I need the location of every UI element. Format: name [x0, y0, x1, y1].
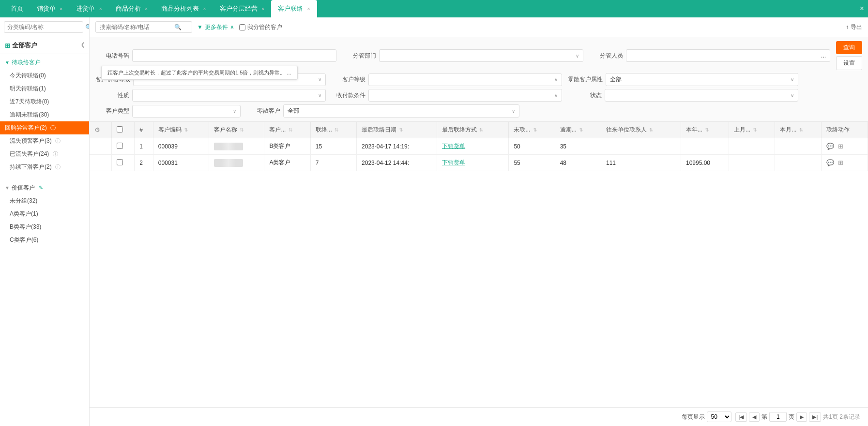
my-customers-toggle[interactable]: 我分管的客户 — [239, 23, 282, 31]
sidebar-c-class[interactable]: C类客户(6) — [0, 234, 89, 247]
dept-select[interactable]: ∨ — [379, 49, 583, 62]
sort-way-icon[interactable]: ⇅ — [479, 127, 483, 132]
cell-checkbox-1[interactable] — [111, 155, 134, 171]
prev-page-btn[interactable]: ◀ — [749, 412, 760, 422]
menu-icon-1[interactable]: ⊞ — [838, 159, 843, 166]
cell-tmonth-1 — [775, 155, 821, 171]
sidebar-a-class[interactable]: A类客户(1) — [0, 207, 89, 220]
sidebar-overdue-contact[interactable]: 逾期未联络(30) — [0, 108, 89, 121]
nav-home[interactable]: 首页 — [4, 0, 30, 17]
customer-type-select[interactable]: ∨ — [132, 105, 241, 118]
sidebar-b-class[interactable]: B类客户(33) — [0, 220, 89, 234]
th-checkbox[interactable] — [111, 122, 134, 138]
sort-year-icon[interactable]: ⇅ — [705, 127, 709, 132]
select-all-checkbox[interactable] — [117, 126, 123, 132]
sort-level-icon[interactable]: ⇅ — [289, 127, 292, 132]
chat-icon-0[interactable]: 💬 — [826, 143, 834, 150]
close-analysis-list-icon[interactable]: × — [203, 0, 206, 17]
ellipsis-icon: ... — [821, 52, 826, 59]
customer-type-label: 客户类型 — [95, 107, 129, 115]
sort-overdue-icon[interactable]: ⇅ — [579, 127, 583, 132]
contact-way-link-0[interactable]: 下销货单 — [442, 143, 465, 149]
th-unit-contact: 往来单位联系人 ⇅ — [601, 122, 681, 138]
last-page-btn[interactable]: ▶| — [809, 412, 821, 422]
sort-date-icon[interactable]: ⇅ — [399, 127, 403, 132]
sidebar-churned[interactable]: 已流失客户(24) ⓘ — [0, 147, 89, 161]
sidebar-churn-warning[interactable]: 流失预警客户(3) ⓘ — [0, 134, 89, 147]
nav-customer-layer[interactable]: 客户分层经营 × — [213, 0, 271, 17]
first-page-btn[interactable]: |◀ — [735, 412, 747, 422]
action-icons-1: 💬 ⊞ — [826, 159, 863, 166]
sidebar-all-customers[interactable]: ⊞ 全部客户 《 — [0, 37, 89, 54]
sort-name-icon[interactable]: ⇅ — [240, 127, 244, 132]
sidebar-value-group[interactable]: ▼ 价值客户 ✎ — [0, 181, 89, 194]
gender-select[interactable]: ∨ — [132, 89, 326, 102]
sort-code-icon[interactable]: ⇅ — [184, 127, 188, 132]
close-sales-icon[interactable]: × — [60, 0, 62, 17]
cell-no-1: 2 — [135, 155, 153, 171]
payment-select[interactable]: ∨ — [368, 89, 562, 102]
sidebar-ungrouped[interactable]: 未分组(32) — [0, 194, 89, 207]
phone-input[interactable] — [132, 49, 336, 62]
sidebar-repurchase-abnormal[interactable]: 回购异常客户(2) ⓘ — [0, 121, 89, 134]
table-settings-icon[interactable]: ⚙ — [94, 126, 100, 133]
customer-level-select[interactable]: ∨ — [368, 73, 562, 86]
status-select[interactable]: ∨ — [605, 89, 798, 102]
sidebar-today-contact[interactable]: 今天待联络(0) — [0, 69, 89, 82]
sidebar-7days-contact[interactable]: 近7天待联络(0) — [0, 95, 89, 108]
cell-checkbox-0[interactable] — [111, 138, 134, 155]
sidebar-search-input[interactable] — [4, 21, 83, 33]
sidebar-declining[interactable]: 持续下滑客户(2) ⓘ — [0, 161, 89, 174]
page-nav: |◀ ◀ 第 页 ▶ ▶| 共1页 2条记录 — [735, 412, 860, 422]
settings-button[interactable]: 设置 — [836, 56, 862, 70]
filter-search-box[interactable]: 🔍 — [95, 21, 192, 33]
data-table-wrapper: ⚙ # 客户编码 ⇅ 客户名称 ⇅ 客户... ⇅ — [90, 122, 868, 407]
person-select[interactable]: ... — [626, 49, 830, 62]
cell-way-0[interactable]: 下销货单 — [437, 138, 509, 155]
close-all-btn[interactable]: × — [860, 4, 864, 13]
info-icon2: ⓘ — [55, 138, 61, 144]
chat-icon-1[interactable]: 💬 — [826, 159, 834, 166]
menu-icon-0[interactable]: ⊞ — [838, 143, 843, 150]
query-button[interactable]: 查询 — [836, 41, 862, 54]
sort-tmonth-icon[interactable]: ⇅ — [799, 127, 803, 132]
page-input[interactable] — [769, 412, 787, 422]
edit-icon[interactable]: ✎ — [39, 185, 43, 191]
filter-search-input[interactable] — [100, 24, 172, 30]
close-purchase-icon[interactable]: × — [99, 0, 102, 17]
nav-analysis-list[interactable]: 商品分析列表 × — [154, 0, 213, 17]
retail-customer-select[interactable]: 全部 ∨ — [283, 104, 519, 118]
close-customer-layer-icon[interactable]: × — [261, 0, 264, 17]
row-checkbox-0[interactable] — [117, 143, 123, 149]
close-analysis-icon[interactable]: × — [145, 0, 148, 17]
export-button[interactable]: ↑ 导出 — [846, 23, 862, 31]
row-checkbox-1[interactable] — [117, 159, 123, 165]
sort-unread-icon[interactable]: ⇅ — [533, 127, 537, 132]
nav-sales[interactable]: 销货单 × — [30, 0, 69, 17]
sort-lmonth-icon[interactable]: ⇅ — [753, 127, 757, 132]
sidebar-collapse-icon[interactable]: 《 — [78, 41, 84, 50]
sidebar-search-icon[interactable]: 🔍 — [85, 24, 90, 31]
filter-search-icon[interactable]: 🔍 — [174, 24, 182, 30]
my-customers-checkbox[interactable] — [239, 24, 245, 30]
nav-purchase[interactable]: 进货单 × — [69, 0, 108, 17]
next-page-btn[interactable]: ▶ — [796, 412, 807, 422]
sidebar-search-bar: 🔍 — [0, 17, 89, 37]
cell-way-1[interactable]: 下销货单 — [437, 155, 509, 171]
per-page-select[interactable]: 50 100 200 — [707, 411, 731, 422]
sidebar-tomorrow-contact[interactable]: 明天待联络(1) — [0, 82, 89, 95]
cell-year-1: 10995.00 — [681, 155, 729, 171]
sort-unit-icon[interactable]: ⇅ — [649, 127, 653, 132]
filter-person: 分管人员 ... — [589, 49, 830, 62]
nav-customer-contact[interactable]: 客户联络 × — [271, 0, 317, 17]
info-icon: ⓘ — [50, 125, 56, 131]
contact-way-link-1[interactable]: 下销货单 — [442, 159, 465, 166]
sidebar-contact-group[interactable]: ▼ 待联络客户 — [0, 56, 89, 69]
more-conditions-btn[interactable]: ▼ 更多条件 ∧ — [197, 23, 234, 31]
retail-attr-select[interactable]: 全部 ∨ — [606, 73, 798, 86]
close-customer-contact-icon[interactable]: × — [307, 0, 310, 17]
sort-contact-icon[interactable]: ⇅ — [335, 127, 338, 132]
nav-analysis[interactable]: 商品分析 × — [109, 0, 154, 17]
th-settings[interactable]: ⚙ — [90, 122, 111, 138]
action-icons-0: 💬 ⊞ — [826, 143, 863, 150]
